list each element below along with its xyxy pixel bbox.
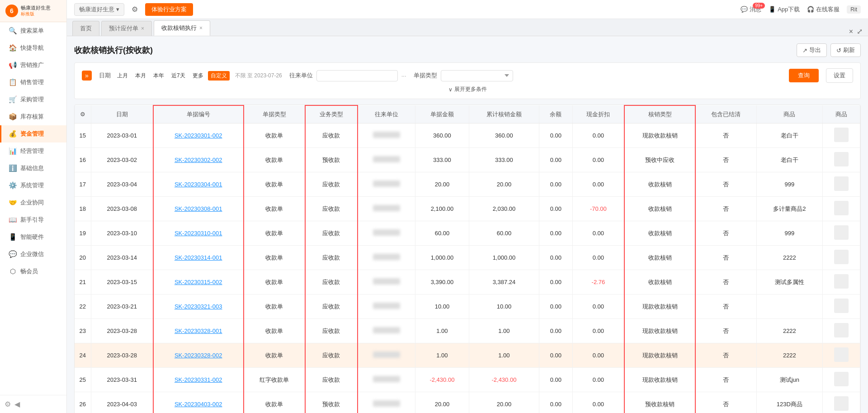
data-table-container: ⚙ 日期 单据编号 单据类型 业务类型 往来单位 单据金额 累计核销金额 余额 … xyxy=(74,104,861,413)
singleno-link-10[interactable]: SK-20230331-002 xyxy=(175,376,222,383)
sidebar-item-label-guide: 新手引导 xyxy=(20,216,44,224)
table-header-row: ⚙ 日期 单据编号 单据类型 业务类型 往来单位 单据金额 累计核销金额 余额 … xyxy=(75,105,860,123)
sidebar-item-sales[interactable]: 📋销售管理 xyxy=(0,74,66,91)
cell-balance-2: 0.00 xyxy=(539,172,572,197)
collapse-icon[interactable]: ◀ xyxy=(14,400,20,408)
singleno-link-2[interactable]: SK-20230304-001 xyxy=(175,181,222,188)
cell-single-type-10: 红字收款单 xyxy=(244,368,305,392)
date-this-month-btn[interactable]: 本月 xyxy=(132,71,149,81)
date-this-year-btn[interactable]: 本年 xyxy=(151,71,167,81)
date-more-btn[interactable]: 更多 xyxy=(190,71,206,81)
window-expand-icon[interactable]: ⤢ xyxy=(857,27,863,36)
sidebar-item-system[interactable]: ⚙️系统管理 xyxy=(0,177,66,194)
tab-home[interactable]: 首页 xyxy=(72,21,99,36)
table-scroll[interactable]: ⚙ 日期 单据编号 单据类型 业务类型 往来单位 单据金额 累计核销金额 余额 … xyxy=(75,105,860,413)
refresh-button[interactable]: ↺ 刷新 xyxy=(830,43,861,57)
sidebar-item-inventory[interactable]: 📦库存核算 xyxy=(0,108,66,125)
message-icon: 💬 xyxy=(741,6,748,13)
logo-name: 畅康道好生意 xyxy=(21,5,51,11)
singleno-link-0[interactable]: SK-20230301-002 xyxy=(175,132,222,139)
cell-date-10: 2023-03-31 xyxy=(91,368,153,392)
sidebar-item-purchase[interactable]: 🛒采购管理 xyxy=(0,91,66,108)
cell-single-type-1: 收款单 xyxy=(244,148,305,172)
date-prev-month-btn[interactable]: 上月 xyxy=(114,71,131,81)
sidebar-item-search-menu[interactable]: 🔍搜索菜单 xyxy=(0,22,66,39)
cell-amount-1: 333.00 xyxy=(415,148,469,172)
cell-verified-0: 360.00 xyxy=(469,123,539,148)
marketing-icon: 📢 xyxy=(9,61,17,69)
filter-doctype-select[interactable] xyxy=(441,70,513,81)
online-service-button[interactable]: 🎧 在线客服 xyxy=(807,5,840,14)
singleno-link-6[interactable]: SK-20230315-002 xyxy=(175,279,222,285)
query-button[interactable]: 查询 xyxy=(789,69,819,82)
sidebar-item-enterprise-wx[interactable]: 💬企业微信 xyxy=(0,246,66,263)
cell-include-cleared-1: 否 xyxy=(695,148,756,172)
cell-date-8: 2023-03-28 xyxy=(91,319,153,343)
settings-gear-icon[interactable]: ⚙ xyxy=(130,3,140,15)
singleno-link-4[interactable]: SK-20230310-001 xyxy=(175,230,222,237)
tab-pre-invoice-close[interactable]: × xyxy=(141,25,144,32)
industry-solution-button[interactable]: 体验行业方案 xyxy=(145,3,193,16)
tab-receipt-exec[interactable]: 收款核销执行 × xyxy=(154,20,210,36)
filter-bar: » 日期 上月 本月 本年 近7天 更多 自定义 不限 至 2023-07-26… xyxy=(74,62,861,99)
topbar: 畅康道好生意 ▾ ⚙ 体验行业方案 💬 消息 99+ 📱 App下载 🎧 在线客… xyxy=(67,0,868,19)
export-button[interactable]: ↗ 导出 xyxy=(797,43,827,57)
singleno-link-9[interactable]: SK-20230328-002 xyxy=(175,352,222,359)
filter-counterparty-input[interactable] xyxy=(316,70,398,81)
sidebar-item-vip[interactable]: ⬡畅会员 xyxy=(0,263,66,280)
sidebar-logo: 6 畅康道好生意 标推版 xyxy=(0,0,66,22)
cell-include-cleared-6: 否 xyxy=(695,270,756,294)
app-download-button[interactable]: 📱 App下载 xyxy=(769,5,800,14)
cell-balance-9: 0.00 xyxy=(539,343,572,368)
cell-balance-5: 0.00 xyxy=(539,246,572,270)
cell-counterparty-1 xyxy=(358,148,415,172)
sidebar-item-label-smart-hw: 智能硬件 xyxy=(20,233,44,241)
th-settings[interactable]: ⚙ xyxy=(75,105,91,123)
settings-bottom-icon[interactable]: ⚙ xyxy=(5,400,11,408)
cell-core-type-10: 现款收款核销 xyxy=(624,368,695,392)
sidebar-item-enterprise-coop[interactable]: 🤝企业协同 xyxy=(0,194,66,211)
tab-receipt-exec-close[interactable]: × xyxy=(199,25,203,31)
cell-single-type-2: 收款单 xyxy=(244,172,305,197)
filter-settings-button[interactable]: 设置 xyxy=(826,68,853,83)
singleno-link-11[interactable]: SK-20230403-002 xyxy=(175,401,222,408)
cell-counterparty-4 xyxy=(358,221,415,246)
cell-cash-discount-11: 0.00 xyxy=(572,392,624,413)
sidebar-item-finance[interactable]: 💰资金管理 xyxy=(0,125,66,142)
sidebar-item-quick-nav[interactable]: 🏠快捷导航 xyxy=(0,39,66,57)
cell-verified-6: 3,387.24 xyxy=(469,270,539,294)
basic-info-icon: ℹ️ xyxy=(9,164,17,172)
date-custom-btn[interactable]: 自定义 xyxy=(208,71,230,81)
date-7days-btn[interactable]: 近7天 xyxy=(169,71,188,81)
singleno-link-7[interactable]: SK-20230321-003 xyxy=(175,303,222,310)
expand-more-button[interactable]: ∨ 展开更多条件 xyxy=(448,85,487,93)
window-close-icon[interactable]: × xyxy=(849,28,853,36)
cell-verified-5: 1,000.00 xyxy=(469,246,539,270)
sidebar-item-label-system: 系统管理 xyxy=(20,181,44,190)
cell-counterparty-11 xyxy=(358,392,415,413)
filter-more-row: ∨ 展开更多条件 xyxy=(82,85,853,93)
tab-pre-invoice[interactable]: 预计应付单 × xyxy=(101,21,152,36)
cell-date-1: 2023-03-02 xyxy=(91,148,153,172)
singleno-link-1[interactable]: SK-20230302-002 xyxy=(175,157,222,163)
user-info[interactable]: Rit xyxy=(847,5,861,14)
sidebar-item-smart-hw[interactable]: 📱智能硬件 xyxy=(0,228,66,246)
singleno-link-3[interactable]: SK-20230308-001 xyxy=(175,205,222,212)
operation-icon: 📊 xyxy=(9,147,17,155)
sidebar-item-operation[interactable]: 📊经营管理 xyxy=(0,142,66,160)
goods-thumbnail-4 xyxy=(834,225,849,240)
sidebar-item-marketing[interactable]: 📢营销推广 xyxy=(0,57,66,74)
message-button[interactable]: 💬 消息 99+ xyxy=(741,5,761,14)
cell-verified-2: 20.00 xyxy=(469,172,539,197)
sidebar-item-basic-info[interactable]: ℹ️基础信息 xyxy=(0,160,66,177)
singleno-link-5[interactable]: SK-20230314-001 xyxy=(175,254,222,261)
cell-num-0: 15 xyxy=(75,123,91,148)
main-area: 畅康道好生意 ▾ ⚙ 体验行业方案 💬 消息 99+ 📱 App下载 🎧 在线客… xyxy=(67,0,868,413)
company-dropdown[interactable]: 畅康道好生意 ▾ xyxy=(74,3,124,16)
cell-singleno-11: SK-20230403-002 xyxy=(153,392,244,413)
sidebar-item-guide[interactable]: 📖新手引导 xyxy=(0,211,66,228)
finance-icon: 💰 xyxy=(9,130,17,138)
singleno-link-8[interactable]: SK-20230328-001 xyxy=(175,328,222,334)
sidebar-item-label-finance: 资金管理 xyxy=(20,130,44,138)
filter-expand-button[interactable]: » xyxy=(82,71,92,81)
